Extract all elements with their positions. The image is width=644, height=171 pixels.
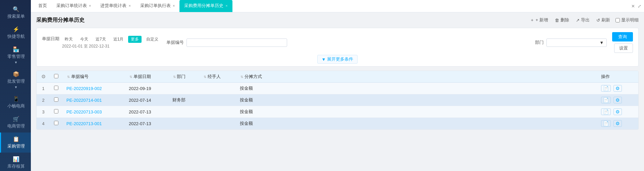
cell-doc-date: 2022-07-14 xyxy=(125,94,168,106)
tab-purchase-cost-split[interactable]: 采购费用分摊单历史 × xyxy=(179,0,232,12)
edit-icon[interactable]: ⚙ xyxy=(613,108,622,115)
view-icon[interactable]: 📄 xyxy=(601,120,611,127)
cell-dept: 财务部 xyxy=(168,94,199,106)
sidebar-item-label: 电商管理 xyxy=(7,123,25,129)
edit-icon[interactable]: ⚙ xyxy=(613,97,622,103)
sidebar-item-label: 批发管理 xyxy=(7,78,25,84)
show-cols-input[interactable] xyxy=(615,18,620,22)
add-icon: ＋ xyxy=(530,17,534,23)
close-tab-icon[interactable]: × xyxy=(128,4,130,8)
row-checkbox[interactable] xyxy=(54,121,58,125)
maximize-icon[interactable]: ⤢ xyxy=(638,4,641,9)
cell-dept xyxy=(168,118,199,130)
cell-doc-date: 2022-09-19 xyxy=(125,83,168,94)
cell-doc-date: 2022-07-13 xyxy=(125,118,168,130)
column-settings-icon[interactable]: ⚙ xyxy=(41,74,46,79)
edit-icon[interactable]: ⚙ xyxy=(613,85,622,92)
sidebar-item-label: 小畅电商 xyxy=(7,103,25,109)
row-checkbox[interactable] xyxy=(54,109,58,113)
tabs-bar: 首页 采购订单统计表 × 进货单统计表 × 采购订单执行表 × 采购费用分摊单历… xyxy=(31,0,644,12)
expand-conditions-button[interactable]: ▼ 展开更多条件 xyxy=(317,55,358,64)
cell-action: 📄 ⚙ xyxy=(597,83,638,94)
sidebar-item-retail[interactable]: 🏪 零售管理 ▼ xyxy=(0,43,31,68)
th-action: 操作 xyxy=(597,71,638,83)
date-btn-more[interactable]: 更多 xyxy=(128,36,142,43)
settings-button[interactable]: 设置 xyxy=(614,44,633,53)
cell-handler xyxy=(199,83,236,94)
show-cols-checkbox[interactable]: 显示明细 xyxy=(615,17,639,23)
close-tab-icon[interactable]: × xyxy=(173,4,175,8)
th-label: 单据日期 xyxy=(133,74,151,79)
content-area: 采购费用分摊单历史 ＋ + 新增 🗑 删除 ↗ 导出 ↺ 刷新 xyxy=(31,12,644,171)
date-btn-7days[interactable]: 近7天 xyxy=(93,36,109,43)
view-icon[interactable]: 📄 xyxy=(601,85,611,92)
sidebar-item-search[interactable]: 🔍 搜索菜单 xyxy=(0,3,31,23)
header-row: ⚙ ⇅ 单据编号 ⇅ 单据日期 xyxy=(37,71,638,83)
search-icon: 🔍 xyxy=(13,6,19,12)
tab-label: 进货单统计表 xyxy=(100,3,126,9)
close-tab-icon[interactable]: × xyxy=(225,4,227,8)
row-checkbox[interactable] xyxy=(54,97,58,102)
sidebar-item-purchase[interactable]: 📋 采购管理 xyxy=(0,133,31,153)
sidebar-item-quick[interactable]: ⚡ 快捷导航 xyxy=(0,23,31,43)
th-label: 部门 xyxy=(177,74,185,79)
doc-num-link[interactable]: PE-20220713-003 xyxy=(66,109,102,114)
select-all-checkbox[interactable] xyxy=(54,74,58,78)
doc-num-input[interactable] xyxy=(186,38,287,47)
th-check xyxy=(50,71,62,83)
export-button[interactable]: ↗ 导出 xyxy=(575,16,591,24)
tab-purchase-order-stat[interactable]: 采购订单统计表 × xyxy=(52,0,96,12)
view-icon[interactable]: 📄 xyxy=(601,97,611,103)
doc-num-link[interactable]: PE-20220919-002 xyxy=(66,86,102,91)
sort-icon: ⇅ xyxy=(67,75,70,79)
page-header: 采购费用分摊单历史 ＋ + 新增 🗑 删除 ↗ 导出 ↺ 刷新 xyxy=(36,16,639,24)
close-tab-icon[interactable]: × xyxy=(89,4,91,8)
tabs-controls: ✕ ⤢ xyxy=(631,4,641,9)
cell-split-method: 按金额 xyxy=(236,83,597,94)
refresh-button[interactable]: ↺ 刷新 xyxy=(595,16,611,24)
sidebar-item-inventory[interactable]: 📊 库存核算 xyxy=(0,153,31,171)
sidebar-item-ecom[interactable]: 🛒 电商管理 xyxy=(0,112,31,133)
sidebar: 🔍 搜索菜单 ⚡ 快捷导航 🏪 零售管理 ▼ 📦 批发管理 ▼ 📱 小畅电商 🛒… xyxy=(0,0,31,171)
chevron-down-icon: ▼ xyxy=(599,40,604,45)
date-btn-yesterday[interactable]: 昨天 xyxy=(62,36,75,43)
tab-inbound-stat[interactable]: 进货单统计表 × xyxy=(96,0,135,12)
export-icon: ↗ xyxy=(576,18,580,23)
page-title: 采购费用分摊单历史 xyxy=(36,17,85,24)
sidebar-item-label: 快捷导航 xyxy=(7,33,25,39)
delete-icon: 🗑 xyxy=(555,18,559,23)
chevron-down-icon: ▼ xyxy=(14,61,18,64)
date-btn-1month[interactable]: 近1月 xyxy=(111,36,126,43)
doc-num-link[interactable]: PE-20220714-001 xyxy=(66,98,102,103)
cell-doc-num: PE-20220713-001 xyxy=(62,118,125,130)
tab-home[interactable]: 首页 xyxy=(34,0,52,12)
clipboard-icon: 📋 xyxy=(13,136,19,142)
add-button[interactable]: ＋ + 新增 xyxy=(529,16,549,24)
dept-select[interactable]: ▼ xyxy=(546,38,607,47)
table-row: 4 PE-20220713-001 2022-07-13 按金额 📄 ⚙ xyxy=(37,118,638,130)
view-icon[interactable]: 📄 xyxy=(601,108,611,115)
row-checkbox[interactable] xyxy=(54,86,58,90)
chevron-down-icon: ▼ xyxy=(322,57,326,62)
phone-icon: 📱 xyxy=(13,96,19,102)
date-btn-today[interactable]: 今天 xyxy=(77,36,91,43)
filter-right-controls: 查询 设置 xyxy=(612,32,633,53)
cell-dept xyxy=(168,83,199,94)
data-table: ⚙ ⇅ 单据编号 ⇅ 单据日期 xyxy=(37,71,638,130)
data-table-container: ⚙ ⇅ 单据编号 ⇅ 单据日期 xyxy=(36,71,639,130)
date-btn-custom[interactable]: 自定义 xyxy=(144,36,161,43)
doc-num-link[interactable]: PE-20220713-001 xyxy=(66,121,102,126)
edit-icon[interactable]: ⚙ xyxy=(613,120,622,127)
date-filter-label: 单据日期 xyxy=(42,36,59,42)
action-icons: 📄 ⚙ xyxy=(601,97,634,103)
tab-label: 首页 xyxy=(38,3,47,9)
sidebar-item-mini[interactable]: 📱 小畅电商 xyxy=(0,92,31,112)
delete-button[interactable]: 🗑 删除 xyxy=(553,16,571,24)
close-all-tabs-icon[interactable]: ✕ xyxy=(631,4,635,9)
sidebar-item-wholesale[interactable]: 📦 批发管理 ▼ xyxy=(0,68,31,92)
query-button[interactable]: 查询 xyxy=(612,32,633,41)
th-doc-date: ⇅ 单据日期 xyxy=(125,71,168,83)
refresh-icon: ↺ xyxy=(596,18,600,23)
tab-purchase-order-exec[interactable]: 采购订单执行表 × xyxy=(136,0,179,12)
cell-split-method: 按金额 xyxy=(236,106,597,118)
